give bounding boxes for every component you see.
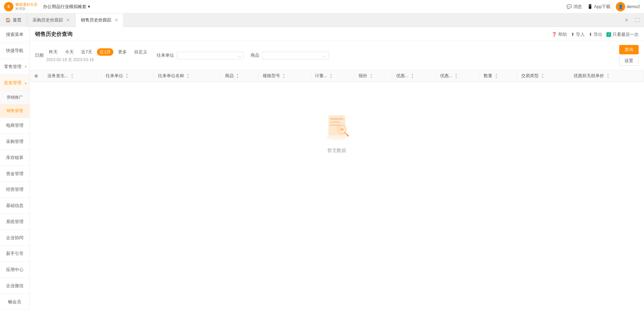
sidebar: 搜索菜单 快捷导航 零售管理 ▾ 批发管理 ▴ 营销推广 销售管理 电商管理 采… bbox=[0, 27, 30, 310]
sidebar-item-appcenter[interactable]: 应用中心 bbox=[0, 262, 29, 278]
svg-rect-2 bbox=[330, 118, 343, 120]
sidebar-item-retail[interactable]: 零售管理 ▾ bbox=[0, 59, 29, 75]
sidebar-item-label: 新手引导 bbox=[6, 251, 23, 257]
date-opt-custom[interactable]: 自定义 bbox=[131, 48, 150, 56]
sidebar-item-purchase[interactable]: 采购管理 bbox=[0, 134, 29, 150]
sidebar-item-search[interactable]: 搜索菜单 bbox=[0, 27, 29, 43]
page-header-actions: ❓ 帮助 ⬆ 导入 ⬇ 导出 ✓ 只看最后一次 bbox=[551, 32, 639, 38]
date-opt-yesterday[interactable]: 昨天 bbox=[46, 48, 60, 56]
sidebar-item-label: 搜索菜单 bbox=[6, 32, 23, 38]
sidebar-item-label: 资金管理 bbox=[6, 171, 23, 177]
tab-controls: ✕ ⛶ bbox=[623, 16, 644, 24]
sort-icons: ▲▼ bbox=[455, 73, 458, 79]
product-input[interactable] bbox=[265, 53, 322, 58]
date-filter-group: 日期 昨天 今天 近7天 近1月 更多 自定义 2023-02-18 至 202… bbox=[35, 48, 150, 63]
empty-illustration bbox=[320, 109, 354, 142]
sidebar-item-basic[interactable]: 基础信息 bbox=[0, 198, 29, 214]
date-options: 昨天 今天 近7天 近1月 更多 自定义 bbox=[46, 48, 150, 56]
logo-icon: 6 bbox=[4, 2, 13, 11]
partner-ellipsis[interactable]: ... bbox=[237, 53, 241, 58]
sort-icons: ▲▼ bbox=[125, 73, 128, 79]
help-icon: ❓ bbox=[551, 32, 557, 37]
th-pre-tax-price[interactable]: 优惠前无税单价 ▲▼ bbox=[570, 70, 644, 82]
download-btn[interactable]: 📱 App下载 bbox=[587, 4, 610, 10]
import-icon: ⬆ bbox=[571, 32, 575, 37]
th-settings[interactable]: ⚙ bbox=[30, 70, 43, 82]
partner-input[interactable] bbox=[180, 53, 237, 58]
sidebar-item-inventory[interactable]: 库存核算 bbox=[0, 150, 29, 166]
tab-home[interactable]: 🏠 首页 bbox=[0, 13, 27, 27]
th-unit[interactable]: 计量... ▲▼ bbox=[311, 70, 354, 82]
th-biz-date[interactable]: 业务发生... ▲▼ bbox=[43, 70, 101, 82]
th-discount2[interactable]: 优惠... ▲▼ bbox=[436, 70, 479, 82]
last-only-checkbox[interactable]: ✓ 只看最后一次 bbox=[606, 32, 639, 38]
query-button[interactable]: 查询 bbox=[619, 45, 639, 54]
product-filter-group: 商品 ... bbox=[251, 52, 329, 59]
tab-sales[interactable]: 销售历史价跟踪 ✕ bbox=[75, 13, 124, 27]
product-ellipsis[interactable]: ... bbox=[323, 53, 326, 58]
data-table: ⚙ 业务发生... ▲▼ 往来单位 ▲▼ 往来单位名称 bbox=[30, 70, 644, 82]
th-qty[interactable]: 数量 ▲▼ bbox=[480, 70, 517, 82]
import-btn[interactable]: ⬆ 导入 bbox=[571, 32, 585, 38]
sidebar-item-label: 畅会员 bbox=[8, 299, 21, 305]
product-label: 商品 bbox=[251, 52, 259, 58]
download-icon: 📱 bbox=[587, 4, 593, 9]
sidebar-item-guide[interactable]: 新手引导 bbox=[0, 246, 29, 262]
sidebar-item-label: 系统管理 bbox=[6, 219, 23, 225]
th-partner-code[interactable]: 往来单位 ▲▼ bbox=[101, 70, 154, 82]
settings-button[interactable]: 设置 bbox=[619, 56, 639, 66]
checkbox-icon: ✓ bbox=[606, 32, 611, 37]
header-left: 6 畅捷通好生意 标准版 办公用品行业模拟账套 ▾ bbox=[4, 2, 93, 11]
tab-purchase[interactable]: 采购历史价跟踪 ✕ bbox=[27, 13, 75, 27]
top-header: 6 畅捷通好生意 标准版 办公用品行业模拟账套 ▾ 💬 消息 📱 App下载 👤… bbox=[0, 0, 644, 13]
sidebar-sub-item-sales[interactable]: 销售管理 bbox=[0, 104, 29, 118]
sidebar-item-coop[interactable]: 企业协同 bbox=[0, 230, 29, 246]
sort-icons: ▲▼ bbox=[186, 73, 189, 79]
date-opt-7days[interactable]: 近7天 bbox=[78, 48, 95, 56]
table-container: ⚙ 业务发生... ▲▼ 往来单位 ▲▼ 往来单位名称 bbox=[30, 70, 644, 310]
sort-icons: ▲▼ bbox=[282, 73, 285, 79]
date-opt-1month[interactable]: 近1月 bbox=[97, 48, 113, 56]
sidebar-item-quick[interactable]: 快捷导航 bbox=[0, 43, 29, 59]
date-opt-today[interactable]: 今天 bbox=[62, 48, 76, 56]
th-discount1[interactable]: 优惠... ▲▼ bbox=[392, 70, 436, 82]
th-product[interactable]: 商品 ▲▼ bbox=[221, 70, 258, 82]
app-selector[interactable]: 办公用品行业模拟账套 ▾ bbox=[40, 2, 93, 11]
sidebar-sub-item-marketing[interactable]: 营销推广 bbox=[0, 91, 29, 104]
th-quote[interactable]: 报价 ▲▼ bbox=[355, 70, 392, 82]
sort-icons: ▲▼ bbox=[236, 73, 239, 79]
date-opt-more[interactable]: 更多 bbox=[115, 48, 129, 56]
sidebar-item-operation[interactable]: 经营管理 bbox=[0, 182, 29, 198]
product-input-wrap: ... bbox=[262, 52, 329, 59]
th-partner-name[interactable]: 往来单位名称 ▲▼ bbox=[154, 70, 221, 82]
sidebar-item-label: 经营管理 bbox=[6, 187, 23, 193]
tab-close-all[interactable]: ✕ bbox=[623, 16, 631, 24]
th-spec[interactable]: 规格型号 ▲▼ bbox=[258, 70, 311, 82]
sidebar-item-wxwork[interactable]: 企业微信 bbox=[0, 278, 29, 294]
page-header: 销售历史价查询 ❓ 帮助 ⬆ 导入 ⬇ 导出 ✓ bbox=[30, 27, 644, 41]
tab-sales-close[interactable]: ✕ bbox=[115, 18, 118, 22]
tab-purchase-close[interactable]: ✕ bbox=[66, 18, 70, 22]
table-header-row: ⚙ 业务发生... ▲▼ 往来单位 ▲▼ 往来单位名称 bbox=[30, 70, 644, 82]
sort-icons: ▲▼ bbox=[495, 73, 498, 79]
filter-action-btns: 查询 设置 bbox=[619, 45, 639, 66]
settings-icon: ⚙ bbox=[34, 73, 38, 79]
sidebar-item-system[interactable]: 系统管理 bbox=[0, 214, 29, 230]
tab-fullscreen[interactable]: ⛶ bbox=[633, 16, 641, 24]
sort-icons: ▲▼ bbox=[411, 73, 414, 79]
page-content: 销售历史价查询 ❓ 帮助 ⬆ 导入 ⬇ 导出 ✓ bbox=[30, 27, 644, 310]
sidebar-item-wholesale[interactable]: 批发管理 ▴ bbox=[0, 75, 29, 91]
help-btn[interactable]: ❓ 帮助 bbox=[551, 32, 567, 38]
logo-text: 畅捷通好生意 标准版 bbox=[15, 2, 38, 11]
user-menu[interactable]: 👤 demo2 bbox=[616, 2, 640, 11]
message-btn[interactable]: 💬 消息 bbox=[567, 4, 582, 10]
message-icon: 💬 bbox=[567, 4, 572, 9]
home-icon: 🏠 bbox=[5, 17, 11, 22]
sidebar-item-label: 零售管理 bbox=[4, 64, 21, 70]
export-btn[interactable]: ⬇ 导出 bbox=[589, 32, 602, 38]
sidebar-item-member[interactable]: 畅会员 bbox=[0, 294, 29, 310]
sidebar-item-label: 企业协同 bbox=[6, 235, 23, 241]
sidebar-item-finance[interactable]: 资金管理 bbox=[0, 166, 29, 182]
sidebar-item-ecommerce[interactable]: 电商管理 bbox=[0, 118, 29, 134]
th-trade-type[interactable]: 交易类型 ▲▼ bbox=[517, 70, 570, 82]
